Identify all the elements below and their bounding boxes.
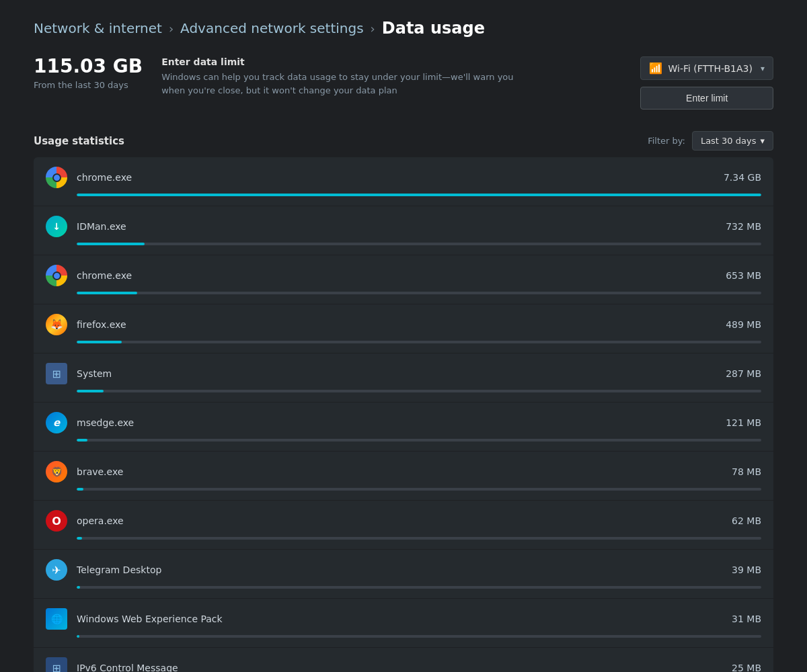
progress-track xyxy=(77,194,761,196)
total-data-amount: 115.03 GB xyxy=(34,56,143,77)
progress-track xyxy=(77,292,761,294)
app-usage: 732 MB xyxy=(726,221,761,232)
progress-fill xyxy=(77,586,80,589)
data-period-label: From the last 30 days xyxy=(34,80,143,90)
app-usage: 31 MB xyxy=(732,614,761,624)
app-name: Telegram Desktop xyxy=(77,564,722,575)
breadcrumb-advanced[interactable]: Advanced network settings xyxy=(180,20,363,36)
filter-value: Last 30 days xyxy=(701,136,757,146)
app-icon-chrome xyxy=(46,167,67,188)
data-limit-title: Enter data limit xyxy=(161,56,525,67)
progress-track xyxy=(77,243,761,245)
app-icon-ipv6: ⊞ xyxy=(46,657,67,672)
chevron-down-icon: ▾ xyxy=(761,64,765,73)
app-usage: 489 MB xyxy=(726,319,761,330)
app-row: e msedge.exe121 MB xyxy=(34,403,773,452)
app-row: ✈ Telegram Desktop39 MB xyxy=(34,550,773,599)
filter-chevron-icon: ▾ xyxy=(760,136,765,146)
progress-fill xyxy=(77,341,122,343)
app-name: IPv6 Control Message xyxy=(77,663,722,672)
progress-fill xyxy=(77,537,82,540)
app-usage: 7.34 GB xyxy=(724,172,761,183)
app-row: O opera.exe62 MB xyxy=(34,501,773,550)
wifi-icon: 📶 xyxy=(649,62,662,75)
progress-fill xyxy=(77,635,79,638)
app-icon-brave: 🦁 xyxy=(46,461,67,482)
app-list: chrome.exe7.34 GB ↓ IDMan.exe732 MB chro… xyxy=(34,157,773,672)
app-row: 🌐 Windows Web Experience Pack31 MB xyxy=(34,599,773,648)
right-controls: 📶 Wi-Fi (FTTH-B1A3) ▾ Enter limit xyxy=(640,56,773,110)
app-usage: 39 MB xyxy=(732,564,761,575)
filter-by-label: Filter by: xyxy=(648,136,685,146)
app-usage: 121 MB xyxy=(726,417,761,428)
usage-statistics-label: Usage statistics xyxy=(34,135,124,147)
data-total-section: 115.03 GB From the last 30 days Enter da… xyxy=(34,56,525,97)
progress-track xyxy=(77,635,761,638)
data-amount-block: 115.03 GB From the last 30 days xyxy=(34,56,143,90)
progress-track xyxy=(77,488,761,491)
app-row: 🦁 brave.exe78 MB xyxy=(34,452,773,501)
app-usage: 287 MB xyxy=(726,368,761,379)
app-icon-opera: O xyxy=(46,510,67,532)
app-icon-firefox: 🦊 xyxy=(46,314,67,335)
app-icon-msedge: e xyxy=(46,412,67,433)
progress-track xyxy=(77,439,761,442)
breadcrumb-network[interactable]: Network & internet xyxy=(34,20,162,36)
progress-track xyxy=(77,390,761,392)
app-usage: 653 MB xyxy=(726,270,761,281)
app-row: chrome.exe653 MB xyxy=(34,255,773,304)
app-name: brave.exe xyxy=(77,466,722,477)
app-name: Windows Web Experience Pack xyxy=(77,614,722,624)
progress-fill xyxy=(77,439,87,442)
filter-section: Filter by: Last 30 days ▾ xyxy=(648,131,773,151)
progress-fill xyxy=(77,292,137,294)
progress-track xyxy=(77,586,761,589)
app-name: firefox.exe xyxy=(77,319,716,330)
app-row: ↓ IDMan.exe732 MB xyxy=(34,206,773,255)
app-name: opera.exe xyxy=(77,515,722,526)
app-usage: 62 MB xyxy=(732,515,761,526)
app-icon-wweb: 🌐 xyxy=(46,608,67,630)
data-limit-desc: Windows can help you track data usage to… xyxy=(161,71,525,97)
data-limit-info: Enter data limit Windows can help you tr… xyxy=(161,56,525,97)
progress-track xyxy=(77,537,761,540)
breadcrumb-sep-2: › xyxy=(371,22,375,36)
progress-track xyxy=(77,341,761,343)
app-name: msedge.exe xyxy=(77,417,716,428)
app-icon-chrome xyxy=(46,265,67,286)
breadcrumb: Network & internet › Advanced network se… xyxy=(34,19,773,38)
app-icon-system: ⊞ xyxy=(46,363,67,384)
app-row: 🦊 firefox.exe489 MB xyxy=(34,304,773,353)
app-name: IDMan.exe xyxy=(77,221,716,232)
wifi-label: Wi-Fi (FTTH-B1A3) xyxy=(668,63,753,74)
app-row: ⊞ System287 MB xyxy=(34,353,773,403)
app-name: System xyxy=(77,368,716,379)
top-section: 115.03 GB From the last 30 days Enter da… xyxy=(34,56,773,110)
app-usage: 78 MB xyxy=(732,466,761,477)
app-usage: 25 MB xyxy=(732,663,761,672)
breadcrumb-sep-1: › xyxy=(169,22,174,36)
section-header: Usage statistics Filter by: Last 30 days… xyxy=(34,131,773,151)
app-icon-idman: ↓ xyxy=(46,216,67,237)
progress-fill xyxy=(77,194,761,196)
progress-fill xyxy=(77,243,145,245)
app-row: chrome.exe7.34 GB xyxy=(34,157,773,206)
enter-limit-button[interactable]: Enter limit xyxy=(640,87,773,110)
app-row: ⊞ IPv6 Control Message25 MB xyxy=(34,648,773,672)
app-icon-telegram: ✈ xyxy=(46,559,67,581)
progress-fill xyxy=(77,390,104,392)
filter-dropdown[interactable]: Last 30 days ▾ xyxy=(692,131,773,151)
app-name: chrome.exe xyxy=(77,172,714,183)
wifi-selector[interactable]: 📶 Wi-Fi (FTTH-B1A3) ▾ xyxy=(640,56,773,80)
breadcrumb-current: Data usage xyxy=(382,19,485,38)
app-name: chrome.exe xyxy=(77,270,716,281)
progress-fill xyxy=(77,488,83,491)
